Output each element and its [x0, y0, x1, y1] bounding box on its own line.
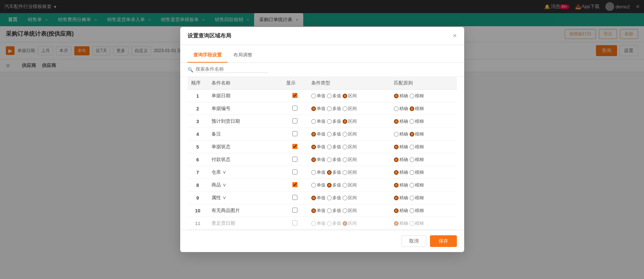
type-option-区间-6[interactable]: 区间 [343, 157, 357, 163]
match-radio-模糊-9[interactable] [410, 196, 414, 200]
match-option-模糊-10[interactable]: 模糊 [410, 208, 424, 214]
match-option-精确-2[interactable]: 精确 [394, 106, 408, 112]
display-checkbox-9[interactable] [292, 195, 297, 200]
type-radio-区间-10[interactable] [343, 208, 347, 213]
match-option-精确-1[interactable]: 精确 [394, 93, 408, 99]
match-radio-模糊-11[interactable] [410, 221, 414, 226]
type-option-区间-10[interactable]: 区间 [343, 208, 357, 214]
match-radio-精确-4[interactable] [394, 132, 399, 137]
match-option-精确-4[interactable]: 精确 [394, 131, 408, 137]
display-checkbox-10[interactable] [292, 208, 297, 213]
type-option-多值-8[interactable]: 多值 [327, 182, 341, 188]
type-option-单值-5[interactable]: 单值 [311, 144, 325, 150]
type-radio-多值-8[interactable] [327, 183, 332, 188]
match-option-模糊-11[interactable]: 模糊 [410, 220, 424, 227]
type-option-区间-7[interactable]: 区间 [343, 169, 357, 176]
type-radio-区间-3[interactable] [343, 119, 347, 124]
type-option-单值-6[interactable]: 单值 [311, 157, 325, 163]
display-checkbox-11[interactable] [292, 220, 297, 225]
type-radio-单值-4[interactable] [311, 132, 316, 137]
dialog-close-btn[interactable]: × [453, 32, 457, 40]
type-option-多值-9[interactable]: 多值 [327, 195, 341, 201]
type-option-多值-7[interactable]: 多值 [327, 169, 341, 176]
match-option-模糊-8[interactable]: 模糊 [410, 182, 424, 188]
match-option-精确-7[interactable]: 精确 [394, 169, 408, 176]
dialog-tab-fields[interactable]: 查询字段设置 [187, 50, 228, 63]
type-radio-多值-5[interactable] [327, 145, 332, 149]
type-radio-多值-1[interactable] [327, 94, 332, 98]
display-checkbox-4[interactable] [292, 131, 297, 136]
type-option-区间-8[interactable]: 区间 [343, 182, 357, 188]
type-option-多值-4[interactable]: 多值 [327, 131, 341, 137]
type-option-单值-8[interactable]: 单值 [311, 182, 325, 188]
type-radio-单值-9[interactable] [311, 196, 316, 200]
type-option-区间-2[interactable]: 区间 [343, 106, 357, 112]
type-option-区间-1[interactable]: 区间 [343, 93, 357, 99]
type-radio-区间-8[interactable] [343, 183, 347, 188]
match-option-精确-10[interactable]: 精确 [394, 208, 408, 214]
type-radio-多值-9[interactable] [327, 196, 332, 200]
type-radio-多值-2[interactable] [327, 106, 332, 111]
match-radio-模糊-6[interactable] [410, 157, 414, 162]
condition-search-input[interactable] [195, 66, 268, 73]
type-option-单值-3[interactable]: 单值 [311, 118, 325, 125]
match-radio-模糊-5[interactable] [410, 145, 414, 149]
type-option-多值-3[interactable]: 多值 [327, 118, 341, 125]
match-radio-精确-8[interactable] [394, 183, 399, 188]
match-radio-精确-5[interactable] [394, 145, 399, 149]
type-option-单值-7[interactable]: 单值 [311, 169, 325, 176]
type-radio-区间-2[interactable] [343, 106, 347, 111]
match-option-精确-6[interactable]: 精确 [394, 157, 408, 163]
display-checkbox-7[interactable] [292, 169, 297, 174]
match-radio-精确-11[interactable] [394, 221, 399, 226]
type-option-区间-11[interactable]: 区间 [343, 220, 357, 227]
match-option-模糊-9[interactable]: 模糊 [410, 195, 424, 201]
type-radio-多值-4[interactable] [327, 132, 332, 137]
type-option-单值-1[interactable]: 单值 [311, 93, 325, 99]
display-checkbox-1[interactable] [292, 93, 297, 98]
type-radio-多值-7[interactable] [327, 170, 332, 175]
match-radio-精确-1[interactable] [394, 94, 399, 98]
type-radio-单值-1[interactable] [311, 94, 316, 98]
type-radio-区间-9[interactable] [343, 196, 347, 200]
type-radio-单值-10[interactable] [311, 208, 316, 213]
type-radio-单值-2[interactable] [311, 106, 316, 111]
cancel-btn[interactable]: 取消 [402, 235, 426, 247]
type-option-单值-4[interactable]: 单值 [311, 131, 325, 137]
match-radio-模糊-10[interactable] [410, 208, 414, 213]
type-radio-单值-7[interactable] [311, 170, 316, 175]
match-option-模糊-4[interactable]: 模糊 [410, 131, 424, 137]
type-option-多值-6[interactable]: 多值 [327, 157, 341, 163]
type-radio-单值-5[interactable] [311, 145, 316, 149]
type-radio-多值-10[interactable] [327, 208, 332, 213]
match-option-模糊-3[interactable]: 模糊 [410, 118, 424, 125]
type-radio-区间-11[interactable] [343, 221, 347, 226]
display-checkbox-6[interactable] [292, 157, 297, 162]
type-radio-多值-3[interactable] [327, 119, 332, 124]
match-radio-精确-10[interactable] [394, 208, 399, 213]
display-checkbox-3[interactable] [292, 118, 297, 123]
match-radio-精确-7[interactable] [394, 170, 399, 175]
match-option-精确-8[interactable]: 精确 [394, 182, 408, 188]
match-option-模糊-1[interactable]: 模糊 [410, 93, 424, 99]
type-option-多值-2[interactable]: 多值 [327, 106, 341, 112]
match-radio-精确-6[interactable] [394, 157, 399, 162]
type-option-单值-11[interactable]: 单值 [311, 220, 325, 227]
type-option-区间-9[interactable]: 区间 [343, 195, 357, 201]
display-checkbox-5[interactable] [292, 144, 297, 149]
match-radio-模糊-4[interactable] [410, 132, 414, 137]
type-option-区间-4[interactable]: 区间 [343, 131, 357, 137]
type-option-区间-3[interactable]: 区间 [343, 118, 357, 125]
match-radio-精确-3[interactable] [394, 119, 399, 124]
type-option-多值-5[interactable]: 多值 [327, 144, 341, 150]
match-radio-模糊-1[interactable] [410, 94, 414, 98]
type-radio-单值-8[interactable] [311, 183, 316, 188]
type-radio-单值-11[interactable] [311, 221, 316, 226]
display-checkbox-2[interactable] [292, 106, 297, 111]
type-radio-多值-11[interactable] [327, 221, 332, 226]
match-radio-精确-2[interactable] [394, 106, 399, 111]
type-option-多值-11[interactable]: 多值 [327, 220, 341, 227]
type-radio-区间-6[interactable] [343, 157, 347, 162]
match-radio-模糊-7[interactable] [410, 170, 414, 175]
type-radio-区间-5[interactable] [343, 145, 347, 149]
